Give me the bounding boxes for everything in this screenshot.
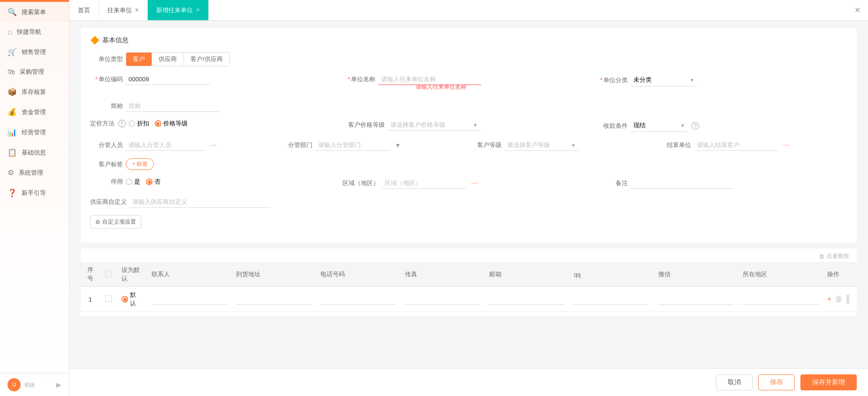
wechat-input[interactable] [658,294,733,305]
col-check [100,262,117,287]
pricing-radio-price-level[interactable]: 价格等级 [155,119,188,128]
name-field: *单位名称 请输入往来单位名称 [343,74,595,93]
disable-area-row: 停用 是 否 区域（地区） ··· [90,178,847,189]
payment-select-wrapper: 现结 ▼ [631,119,687,132]
customer-level-field: 客户等级 ▼ [469,140,658,151]
box-icon: 📦 [8,87,17,96]
add-tag-button[interactable]: + 标签 [126,158,154,170]
remark-field: 备注 [595,178,847,189]
sidebar-item-purchase[interactable]: 🛍 采购管理 [0,62,69,82]
disable-radio-no[interactable]: 否 [146,178,160,186]
cancel-button[interactable]: 取消 [716,374,753,390]
customer-level-input[interactable] [504,140,579,151]
col-qq: qq [569,262,654,287]
fax-input[interactable] [405,294,480,305]
tab-partners[interactable]: 往来单位 ✕ [99,0,148,20]
sidebar-item-guide[interactable]: ❓ 新手引导 [0,183,69,203]
code-input[interactable] [126,74,210,85]
save-button[interactable]: 保存 [758,374,795,390]
sidebar-expand-icon[interactable]: ▶ [56,381,61,388]
sidebar-item-system-label: 系统管理 [19,169,43,177]
settlement-input[interactable] [694,140,778,151]
supplier-custom-input[interactable] [129,196,270,208]
delete-row-icon[interactable]: 🗑 [835,295,843,303]
remark-input[interactable] [631,178,734,189]
email-input[interactable] [489,294,564,305]
type-btn-both[interactable]: 客户/供应商 [183,53,229,66]
short-name-label: 简称 [90,102,123,110]
money-icon: 💰 [8,108,17,116]
table-actions: 🗑 批量删除 [81,248,857,262]
contact-table-section: 🗑 批量删除 序号 设为默认 [81,248,857,316]
price-level-label: 客户价格等级 [343,121,385,129]
bag-icon: 🛍 [8,68,15,76]
pricing-help-icon[interactable]: ? [118,120,126,127]
tab-bar: 首页 往来单位 ✕ 新增往来单位 ✕ ✕ [69,0,868,21]
short-name-input[interactable] [126,101,220,112]
manager-more-btn[interactable]: ··· [208,141,218,149]
tab-new-partner[interactable]: 新增往来单位 ✕ [148,0,209,20]
tab-new-partner-close[interactable]: ✕ [196,7,200,13]
sidebar-item-quick-nav[interactable]: ⌂ 快捷导航 [0,22,69,42]
manager-row: 分管人员 ··· 分管部门 ▼ 客户等级 ▼ 结算单位 [90,140,847,151]
sidebar-item-basic[interactable]: 📋 基础信息 [0,142,69,163]
add-row-icon[interactable]: + [827,295,831,303]
phone-input[interactable] [320,294,396,305]
short-name-field: 简称 [90,101,847,112]
type-btn-customer[interactable]: 客户 [126,53,152,66]
customer-level-label: 客户等级 [469,141,502,149]
tab-home[interactable]: 首页 [69,0,99,20]
sidebar-item-search[interactable]: 🔍 搜索菜单 [0,2,69,22]
area-input[interactable] [382,178,466,189]
list-icon: 📋 [8,148,17,157]
header-checkbox[interactable] [105,271,112,277]
area-more-btn[interactable]: ··· [469,179,479,187]
price-level-input[interactable] [388,119,481,131]
col-action: 操作 [822,262,857,287]
disable-no-label: 否 [154,178,160,186]
col-area: 所在地区 [738,262,822,287]
sidebar-item-search-label: 搜索菜单 [22,8,46,16]
col-default: 设为默认 [117,262,147,287]
disable-radio-yes[interactable]: 是 [126,178,140,186]
settlement-more-btn[interactable]: ··· [781,141,791,149]
remark-label: 备注 [595,179,628,187]
address-input[interactable] [236,294,311,305]
disable-radio-group: 是 否 [126,178,160,186]
supplier-custom-label: 供应商自定义 [90,198,127,206]
payment-help-icon[interactable]: ? [692,122,699,130]
tab-partners-close[interactable]: ✕ [135,7,139,13]
dept-input[interactable] [315,140,390,151]
sidebar-item-system[interactable]: ⚙ 系统管理 [0,163,69,183]
batch-delete-button[interactable]: 🗑 批量删除 [819,252,849,260]
pricing-radio-discount[interactable]: 折扣 [129,119,149,128]
contact-table: 序号 设为默认 联系人 到货地址 [81,262,857,312]
type-btn-supplier[interactable]: 供应商 [152,53,183,66]
contact-input[interactable] [152,294,227,305]
sidebar-item-finance-label: 资金管理 [22,108,46,116]
col-contact: 联系人 [147,262,231,287]
sidebar-item-finance[interactable]: 💰 资金管理 [0,102,69,122]
custom-setting-button[interactable]: ⚙ 自定义项设置 [90,215,141,229]
manager-label: 分管人员 [90,141,123,149]
section-title-text: 基本信息 [102,36,129,45]
cart-icon: 🛒 [8,47,17,56]
tag-row: 客户标签 + 标签 [90,158,847,170]
sidebar-item-sales[interactable]: 🛒 销售管理 [0,42,69,62]
price-level-select-wrapper[interactable]: ▼ [388,119,481,131]
row-default-radio[interactable]: 默认 [122,291,142,308]
main-area: 首页 往来单位 ✕ 新增往来单位 ✕ ✕ 🔶 基本信息 单位类型 客户 [69,0,868,396]
drag-handle[interactable] [846,295,849,304]
sidebar-item-operations[interactable]: 📊 经营管理 [0,122,69,142]
manager-field: 分管人员 ··· [90,140,280,151]
row-contact [147,287,231,312]
close-all-tabs[interactable]: ✕ [847,6,868,15]
sidebar-item-inventory[interactable]: 📦 库存核算 [0,82,69,102]
qq-input[interactable] [574,294,649,305]
row-default: 默认 [117,287,147,312]
manager-input[interactable] [126,140,206,151]
row-checkbox[interactable] [105,295,112,302]
row-area-input[interactable] [743,294,818,305]
tag-field: 客户标签 + 标签 [90,158,847,170]
save-new-button[interactable]: 保存并新增 [800,374,857,390]
